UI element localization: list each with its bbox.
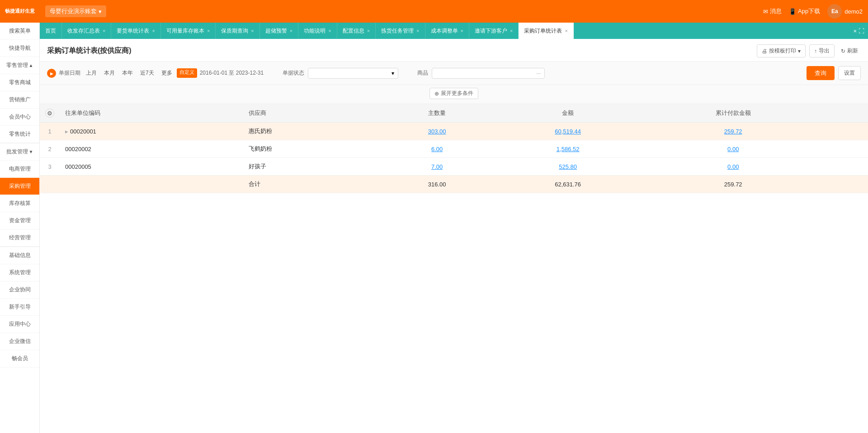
row-amount-3: 525.80 bbox=[494, 158, 641, 176]
sidebar-item-finance[interactable]: 资金管理 bbox=[0, 212, 39, 229]
status-select[interactable]: ▾ bbox=[308, 68, 398, 79]
filter-toggle-icon: ▸ bbox=[50, 70, 53, 76]
col-code: 往来单位编码 bbox=[60, 104, 243, 123]
sidebar-item-basic[interactable]: 基础信息 bbox=[0, 247, 39, 264]
close-tab-invitecustomer[interactable]: × bbox=[510, 28, 513, 33]
expand-more-btn[interactable]: ⊕ 展开更多条件 bbox=[429, 88, 478, 99]
filter-status: 单据状态 ▾ bbox=[283, 68, 398, 79]
page-content: 采购订单统计表(按供应商) 🖨 按模板打印 ▾ ↑ 导出 ↻ 刷新 bbox=[40, 39, 868, 433]
row-paid-3: 0.00 bbox=[642, 158, 825, 176]
filter-bar: ▸ 单据日期 上月 本月 本年 近7天 更多 自定义 2016-01-01 至 bbox=[40, 62, 868, 85]
tab-purchasestat[interactable]: 采购订单统计表 × bbox=[519, 23, 573, 39]
row-paid-1: 259.72 bbox=[642, 123, 825, 140]
tab-funcdesc[interactable]: 功能说明 × bbox=[298, 23, 337, 39]
goods-input[interactable]: ··· bbox=[432, 68, 545, 79]
data-table: ⚙ 往来单位编码 供应商 主数量 金额 累计付款金额 1 bbox=[40, 104, 868, 193]
refresh-button[interactable]: ↻ 刷新 bbox=[838, 45, 861, 57]
tab-config[interactable]: 配置信息 × bbox=[337, 23, 376, 39]
tab-demand[interactable]: 要货单统计表 × bbox=[111, 23, 160, 39]
close-tab-overstock[interactable]: × bbox=[290, 28, 292, 33]
sidebar-item-retail[interactable]: 零售管理 ▲ bbox=[0, 57, 39, 74]
row-amount-1: 60,519.44 bbox=[494, 123, 641, 140]
workspace-selector[interactable]: 母婴行业演示账套 ▾ bbox=[45, 5, 106, 17]
sidebar-item-retailstat[interactable]: 零售统计 bbox=[0, 126, 39, 143]
close-tab-demand[interactable]: × bbox=[152, 28, 155, 33]
page-panel: 采购订单统计表(按供应商) 🖨 按模板打印 ▾ ↑ 导出 ↻ 刷新 bbox=[40, 39, 868, 433]
sidebar-item-vip[interactable]: 畅会员 bbox=[0, 350, 39, 367]
filter-expand-row: ⊕ 展开更多条件 bbox=[40, 85, 868, 104]
sidebar-item-operation[interactable]: 经营管理 bbox=[0, 229, 39, 247]
sidebar-item-ecommerce[interactable]: 电商管理 bbox=[0, 161, 39, 178]
export-button[interactable]: ↑ 导出 bbox=[809, 44, 835, 57]
date-btn-lastmonth[interactable]: 上月 bbox=[83, 68, 99, 78]
date-shortcuts: 上月 本月 本年 近7天 更多 自定义 bbox=[83, 68, 197, 78]
close-tab-receive[interactable]: × bbox=[103, 28, 105, 33]
date-btn-7days[interactable]: 近7天 bbox=[137, 68, 157, 78]
row-expand-icon-1[interactable]: ▸ bbox=[65, 128, 68, 135]
sidebar-item-system[interactable]: 系统管理 bbox=[0, 264, 39, 281]
sidebar-item-marketing[interactable]: 营销推广 bbox=[0, 91, 39, 109]
col-qty: 主数量 bbox=[380, 104, 495, 123]
date-range-display: 2016-01-01 至 2023-12-31 bbox=[200, 69, 264, 77]
print-dropdown-icon: ▾ bbox=[798, 48, 801, 54]
sidebar-item-search[interactable]: 搜索英单 bbox=[0, 23, 39, 40]
expand-icon: ⊕ bbox=[434, 90, 439, 97]
sidebar-item-member[interactable]: 会员中心 bbox=[0, 109, 39, 126]
close-tab-picktask[interactable]: × bbox=[416, 28, 419, 33]
close-tab-costadjust[interactable]: × bbox=[461, 28, 463, 33]
query-button[interactable]: 查询 bbox=[807, 66, 835, 80]
sidebar-item-corpwx[interactable]: 企业微信 bbox=[0, 333, 39, 350]
sidebar-item-purchase[interactable]: 采购管理 bbox=[0, 178, 39, 195]
row-paid-2: 0.00 bbox=[642, 140, 825, 158]
close-tab-expiry[interactable]: × bbox=[251, 28, 254, 33]
page-title: 采购订单统计表(按供应商) bbox=[47, 46, 132, 56]
workspace-chevron-icon: ▾ bbox=[99, 8, 102, 15]
footer-qty: 316.00 bbox=[380, 176, 495, 193]
table-footer: 合计 316.00 62,631.76 259.72 bbox=[40, 176, 868, 193]
row-extra-2 bbox=[825, 140, 868, 158]
page-header-actions: 🖨 按模板打印 ▾ ↑ 导出 ↻ 刷新 bbox=[757, 44, 861, 57]
chevron-down-icon2: ▼ bbox=[29, 149, 33, 154]
message-btn[interactable]: ✉ 消息 bbox=[763, 7, 782, 15]
close-tab-funcdesc[interactable]: × bbox=[328, 28, 331, 33]
app-logo: 畅捷通好生意 bbox=[0, 0, 40, 23]
tab-invitecustomer[interactable]: 邀请下游客户 × bbox=[469, 23, 519, 39]
topbar: 母婴行业演示账套 ▾ ✉ 消息 📱 App下载 Ea demo2 bbox=[40, 0, 868, 23]
setting-button[interactable]: 设置 bbox=[838, 66, 861, 80]
tab-receive[interactable]: 收发存汇总表 × bbox=[62, 23, 111, 39]
expand-tabs-icon[interactable]: ⛶ bbox=[859, 28, 864, 34]
sidebar-item-inventory[interactable]: 库存核算 bbox=[0, 195, 39, 212]
app-download-btn[interactable]: 📱 App下载 bbox=[789, 7, 820, 15]
close-tab-config[interactable]: × bbox=[367, 28, 370, 33]
row-extra-3 bbox=[825, 158, 868, 176]
tab-available[interactable]: 可用量库存账本 × bbox=[161, 23, 216, 39]
close-tab-available[interactable]: × bbox=[207, 28, 210, 33]
date-btn-thismonth[interactable]: 本月 bbox=[101, 68, 118, 78]
tab-costadjust[interactable]: 成本调整单 × bbox=[425, 23, 469, 39]
tab-picktask[interactable]: 拣货任务管理 × bbox=[376, 23, 425, 39]
sidebar-item-newguide[interactable]: 新手引导 bbox=[0, 299, 39, 316]
sidebar-item-quicknav[interactable]: 快捷导航 bbox=[0, 40, 39, 57]
row-num-3: 3 bbox=[40, 158, 60, 176]
close-all-tabs-icon[interactable]: × bbox=[853, 28, 857, 34]
phone-icon: 📱 bbox=[789, 8, 796, 15]
print-button[interactable]: 🖨 按模板打印 ▾ bbox=[757, 44, 806, 57]
table-row: 1 ▸ 00020001 惠氏奶粉 303.00 bbox=[40, 123, 868, 140]
tab-overstock[interactable]: 超储预警 × bbox=[260, 23, 298, 39]
tab-home[interactable]: 首页 bbox=[40, 23, 62, 39]
close-tab-purchasestat[interactable]: × bbox=[565, 28, 567, 33]
sidebar-item-collab[interactable]: 企业协同 bbox=[0, 281, 39, 299]
filter-toggle-btn[interactable]: ▸ bbox=[47, 69, 56, 78]
row-supplier-2: 飞鹤奶粉 bbox=[243, 140, 380, 158]
sidebar-item-retailmall[interactable]: 零售商城 bbox=[0, 74, 39, 91]
sidebar-item-appcenter[interactable]: 应用中心 bbox=[0, 316, 39, 333]
user-menu[interactable]: Ea demo2 bbox=[827, 4, 863, 19]
date-btn-more[interactable]: 更多 bbox=[159, 68, 175, 78]
col-supplier: 供应商 bbox=[243, 104, 380, 123]
print-icon: 🖨 bbox=[762, 48, 767, 54]
sidebar-item-wholesale[interactable]: 批发管理 ▼ bbox=[0, 143, 39, 161]
tab-expiry[interactable]: 保质期查询 × bbox=[216, 23, 259, 39]
footer-extra bbox=[825, 176, 868, 193]
column-toggle-btn[interactable]: ⚙ bbox=[45, 109, 54, 118]
date-btn-thisyear[interactable]: 本年 bbox=[119, 68, 136, 78]
